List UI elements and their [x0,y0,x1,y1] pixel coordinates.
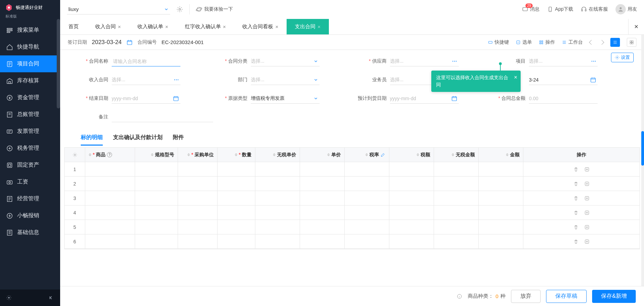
shortcut-button[interactable]: 快捷键 [488,39,509,45]
nav-tax[interactable]: 税务管理 [0,140,60,157]
add-icon[interactable] [584,210,590,215]
delete-icon[interactable] [573,181,579,187]
th-notax-price[interactable]: 无税单价 [255,148,300,162]
nav-contract[interactable]: 项目合同 [0,55,60,72]
add-icon[interactable] [584,239,590,244]
nav-fund[interactable]: 资金管理 [0,89,60,106]
ellipsis-icon[interactable]: ··· [452,59,457,64]
nav-base[interactable]: 基础信息 [0,224,60,241]
nav-invoice[interactable]: 发票管理 [0,123,60,140]
table-row[interactable]: 1 [65,162,640,177]
th-taxrate[interactable]: 税率 [345,148,389,162]
pick-button[interactable]: 选单 [516,39,532,45]
grid-view-toggle[interactable] [627,38,636,47]
next-record-button[interactable] [599,40,604,44]
delete-icon[interactable] [573,210,579,215]
tab-red-confirm[interactable]: 红字收入确认单× [177,19,234,34]
close-icon[interactable]: × [165,24,168,30]
th-qty[interactable]: 数量 [218,148,255,162]
th-price[interactable]: 单价 [300,148,345,162]
invtype-select[interactable]: 增值税专用发票 [251,93,320,104]
th-notax-amt[interactable]: 无税金额 [434,148,479,162]
nav-ledger[interactable]: 总账管理 [0,106,60,123]
messages-link[interactable]: 29 消息 [522,6,540,12]
th-tax[interactable]: 税额 [389,148,434,162]
tab-income-contract[interactable]: 收入合同× [87,19,129,34]
close-icon[interactable]: × [118,24,121,30]
table-row[interactable]: 5 [65,220,640,234]
supplier-select[interactable]: 选择...··· [390,56,459,66]
tenant-select[interactable]: liuxy [67,4,170,14]
close-all-tabs[interactable]: × [628,19,644,34]
discard-button[interactable]: 放弃 [511,290,541,303]
nav-expense[interactable]: 小畅报销 [0,207,60,224]
dtab-attachment[interactable]: 附件 [173,130,184,146]
delete-icon[interactable] [573,196,579,201]
add-icon[interactable] [584,196,590,201]
svg-rect-1 [7,28,12,29]
th-unit[interactable]: 采购单位 [178,148,218,162]
right-scrollbar[interactable] [641,35,644,286]
nav-salary[interactable]: 工资 [0,173,60,190]
user-menu[interactable]: 用友 [615,4,637,14]
customer-service-link[interactable]: 在线客服 [581,6,608,12]
table-row[interactable]: 6 [65,234,640,249]
workbench-button[interactable]: 工作台 [562,39,583,45]
nav-asset[interactable]: 固定资产 [0,157,60,173]
remark-input[interactable] [112,112,213,122]
contract-name-input[interactable] [112,56,180,66]
tab-expense-contract[interactable]: 支出合同× [287,19,329,34]
tab-home[interactable]: 首页 [60,19,87,34]
tab-income-confirm[interactable]: 收入确认单× [129,19,177,34]
category-select[interactable]: 选择... [251,56,320,66]
close-icon[interactable]: × [318,24,321,30]
experience-link[interactable]: 我要体验一下 [196,6,233,12]
ellipsis-icon[interactable]: ··· [591,59,597,64]
th-amount[interactable]: 金额 [479,148,523,162]
start-date-field[interactable]: 3-24 [529,75,598,85]
table-row[interactable]: 3 [65,191,640,205]
total-field[interactable]: 0.00 [529,93,598,104]
close-icon[interactable]: × [275,24,278,30]
settings-icon[interactable] [6,295,12,300]
save-draft-button[interactable]: 保存草稿 [546,290,587,303]
dept-select[interactable]: 选择... [251,75,320,85]
help-icon[interactable]: ? [107,152,112,157]
delete-icon[interactable] [573,239,579,244]
arrive-date-field[interactable]: yyyy-mm-dd [390,93,459,104]
ops-button[interactable]: 操作 [539,39,555,45]
save-new-button[interactable]: 保存&新增 [592,290,636,303]
table-row[interactable]: 4 [65,205,640,220]
nav-quick[interactable]: 快捷导航 [0,39,60,55]
nav-search[interactable]: 搜索菜单 [0,22,60,39]
th-product[interactable]: 商品? [85,148,135,162]
close-icon[interactable]: × [514,73,517,82]
add-icon[interactable] [584,167,590,172]
add-icon[interactable] [584,224,590,230]
add-icon[interactable] [584,181,590,187]
app-download-link[interactable]: App下载 [547,6,573,12]
table-row[interactable]: 2 [65,177,640,191]
dtab-items[interactable]: 标的明细 [81,130,103,146]
collapse-icon[interactable] [48,295,54,300]
close-icon[interactable]: × [223,24,226,30]
gear-icon[interactable] [176,6,183,13]
dtab-payment[interactable]: 支出确认及付款计划 [113,130,163,146]
end-date-field[interactable]: yyyy-mm-dd [112,93,180,104]
prev-record-button[interactable] [589,40,594,44]
settings-chip[interactable]: 设置 [611,53,634,62]
delete-icon[interactable] [573,224,579,230]
project-select[interactable]: 选择...··· [529,56,598,66]
th-spec[interactable]: 规格型号 [135,148,178,162]
nav-biz[interactable]: 经营管理 [0,190,60,207]
nav-inventory[interactable]: 库存核算 [0,72,60,89]
tab-income-board[interactable]: 收入合同看板× [234,19,287,34]
income-select[interactable]: 选择...··· [112,75,180,85]
calendar-icon[interactable] [126,39,133,45]
edit-icon[interactable] [380,152,386,157]
th-config[interactable] [65,148,85,162]
sidebar-scrollbar[interactable] [57,19,60,108]
ellipsis-icon[interactable]: ··· [174,77,179,83]
delete-icon[interactable] [573,167,579,172]
list-view-toggle[interactable] [610,38,620,47]
